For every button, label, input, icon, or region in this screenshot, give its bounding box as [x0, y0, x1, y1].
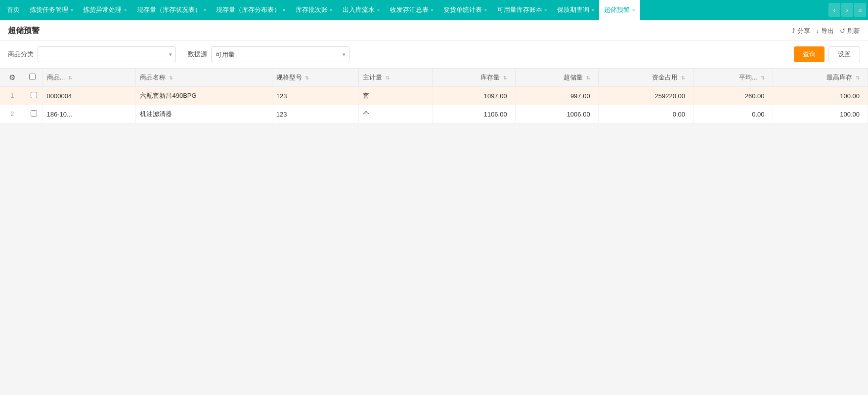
row-stock: 1106.00 [432, 105, 515, 123]
close-icon-stock-dist[interactable]: × [282, 7, 285, 13]
sort-icon-unit: ⇅ [386, 75, 390, 80]
nav-item-stock-dist[interactable]: 现存量（库存分布表） × [211, 0, 290, 20]
nav-label-home: 首页 [7, 5, 20, 14]
th-stock[interactable]: 库存量 ⇅ [432, 69, 515, 87]
close-icon-flow[interactable]: × [377, 7, 380, 13]
refresh-icon: ↺ [840, 27, 845, 35]
nav-label-summary: 收发存汇总表 [390, 5, 429, 14]
th-spec[interactable]: 规格型号 ⇅ [272, 69, 359, 87]
th-capital[interactable]: 资金占用 ⇅ [598, 69, 693, 87]
nav-item-available[interactable]: 可用量库存账本 × [492, 0, 552, 20]
close-icon-stock-status[interactable]: × [203, 7, 206, 13]
sort-icon-name: ⇅ [169, 75, 173, 80]
nav-item-exception[interactable]: 拣货异常处理 × [78, 0, 131, 20]
refresh-label: 刷新 [847, 27, 860, 36]
close-icon-expiry[interactable]: × [591, 7, 594, 13]
row-checkbox[interactable] [31, 110, 37, 117]
nav-bar: 首页 拣货任务管理 × 拣货异常处理 × 现存量（库存状况表） × 现存量（库存… [0, 0, 868, 20]
close-icon-overstock[interactable]: × [632, 7, 635, 13]
nav-label-overstock: 超储预警 [604, 5, 630, 14]
row-capital: 0.00 [598, 105, 693, 123]
row-checkbox-cell [25, 105, 43, 123]
filter-datasource: 数据源 可用量 ▾ [188, 46, 349, 62]
nav-item-overstock[interactable]: 超储预警 × [599, 0, 640, 20]
export-label: 导出 [821, 27, 834, 36]
filter-category-select[interactable] [38, 46, 176, 62]
row-name: 机油滤清器 [136, 105, 272, 123]
close-icon-summary[interactable]: × [431, 7, 434, 13]
filter-bar: 商品分类 ▾ 数据源 可用量 ▾ 查询 设置 [0, 40, 868, 69]
nav-label-order-stat: 要货单统计表 [443, 5, 482, 14]
close-icon-task[interactable]: × [70, 7, 73, 13]
row-overstock: 1006.00 [515, 105, 598, 123]
page-header: 超储预警 ⤴ 分享 ↓ 导出 ↺ 刷新 [0, 20, 868, 40]
row-name: 六配套新昌490BPG [136, 87, 272, 105]
select-all-checkbox[interactable] [29, 74, 36, 80]
th-unit-label: 主计量 [363, 74, 382, 81]
row-spec: 123 [272, 87, 359, 105]
sort-icon-spec: ⇅ [305, 75, 309, 80]
close-icon-order-stat[interactable]: × [484, 7, 487, 13]
close-icon-exception[interactable]: × [124, 7, 127, 13]
table-row: 1 0000004 六配套新昌490BPG 123 套 1097.00 997.… [0, 87, 868, 105]
share-label: 分享 [797, 27, 810, 36]
sort-icon-overstock: ⇅ [586, 75, 590, 80]
th-avg[interactable]: 平均... ⇅ [694, 69, 773, 87]
th-settings[interactable]: ⚙ [0, 69, 25, 87]
nav-prev-button[interactable]: ‹ [828, 3, 840, 17]
th-overstock-label: 超储量 [564, 74, 583, 81]
table-header-row: ⚙ 商品... ⇅ 商品名称 ⇅ 规格型号 ⇅ 主计量 [0, 69, 868, 87]
th-checkbox [25, 69, 43, 87]
query-button[interactable]: 查询 [794, 46, 825, 62]
filter-actions: 查询 设置 [794, 46, 860, 62]
th-code[interactable]: 商品... ⇅ [43, 69, 136, 87]
nav-item-home[interactable]: 首页 [2, 0, 25, 20]
row-unit: 个 [359, 105, 432, 123]
th-overstock[interactable]: 超储量 ⇅ [515, 69, 598, 87]
nav-item-order-stat[interactable]: 要货单统计表 × [438, 0, 492, 20]
filter-category-select-wrap: ▾ [38, 46, 176, 62]
nav-item-task[interactable]: 拣货任务管理 × [25, 0, 78, 20]
filter-datasource-select[interactable]: 可用量 [211, 46, 349, 62]
nav-label-stock-status: 现存量（库存状况表） [137, 5, 201, 14]
close-icon-available[interactable]: × [544, 7, 547, 13]
row-maxstock: 100.00 [773, 105, 868, 123]
nav-item-batch[interactable]: 库存批次账 × [291, 0, 338, 20]
nav-label-batch: 库存批次账 [296, 5, 328, 14]
nav-next-button[interactable]: › [841, 3, 853, 17]
export-icon: ↓ [816, 27, 820, 35]
nav-item-summary[interactable]: 收发存汇总表 × [385, 0, 438, 20]
refresh-button[interactable]: ↺ 刷新 [840, 27, 860, 36]
row-checkbox[interactable] [31, 92, 37, 98]
settings-button[interactable]: 设置 [828, 46, 860, 62]
export-button[interactable]: ↓ 导出 [816, 27, 834, 36]
row-code: 0000004 [43, 87, 136, 105]
th-name[interactable]: 商品名称 ⇅ [136, 69, 272, 87]
th-unit[interactable]: 主计量 ⇅ [359, 69, 432, 87]
row-overstock: 997.00 [515, 87, 598, 105]
row-code: 186-10... [43, 105, 136, 123]
nav-item-expiry[interactable]: 保质期查询 × [552, 0, 599, 20]
nav-label-available: 可用量库存账本 [497, 5, 542, 14]
nav-item-flow[interactable]: 出入库流水 × [338, 0, 385, 20]
row-index: 1 [0, 87, 25, 105]
nav-arrows: ‹ › ≡ [828, 3, 866, 17]
gear-icon: ⚙ [9, 73, 15, 81]
close-icon-batch[interactable]: × [330, 7, 333, 13]
row-stock: 1097.00 [432, 87, 515, 105]
th-maxstock-label: 最高库存 [826, 74, 852, 81]
sort-icon-maxstock: ⇅ [856, 75, 860, 80]
share-button[interactable]: ⤴ 分享 [792, 27, 810, 36]
nav-item-stock-status[interactable]: 现存量（库存状况表） × [132, 0, 211, 20]
nav-label-exception: 拣货异常处理 [83, 5, 122, 14]
row-index: 2 [0, 105, 25, 123]
nav-more-button[interactable]: ≡ [854, 3, 866, 17]
nav-label-flow: 出入库流水 [343, 5, 375, 14]
data-table: ⚙ 商品... ⇅ 商品名称 ⇅ 规格型号 ⇅ 主计量 [0, 69, 868, 123]
table-container: ⚙ 商品... ⇅ 商品名称 ⇅ 规格型号 ⇅ 主计量 [0, 69, 868, 123]
th-maxstock[interactable]: 最高库存 ⇅ [773, 69, 868, 87]
sort-icon-avg: ⇅ [761, 75, 765, 80]
row-avg: 0.00 [694, 105, 773, 123]
th-name-label: 商品名称 [140, 74, 166, 81]
page-title: 超储预警 [8, 26, 40, 36]
